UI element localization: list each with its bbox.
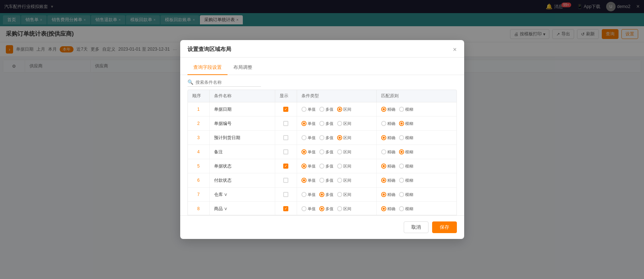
modal-tabs: 查询字段设置 布局调整 xyxy=(180,58,464,75)
modal-close-button[interactable]: × xyxy=(453,46,457,53)
modal-dialog: 设置查询区域布局 × 查询字段设置 布局调整 🔍 顺序 条件名称 显示 xyxy=(180,40,464,75)
tab-layout-adjust[interactable]: 布局调整 xyxy=(228,62,258,75)
tab-query-fields[interactable]: 查询字段设置 xyxy=(187,62,228,75)
modal-title: 设置查询区域布局 xyxy=(187,46,231,53)
modal-search-area: 🔍 xyxy=(180,75,464,75)
modal-header: 设置查询区域布局 × xyxy=(180,40,464,58)
modal-overlay: 设置查询区域布局 × 查询字段设置 布局调整 🔍 顺序 条件名称 显示 xyxy=(0,0,644,75)
